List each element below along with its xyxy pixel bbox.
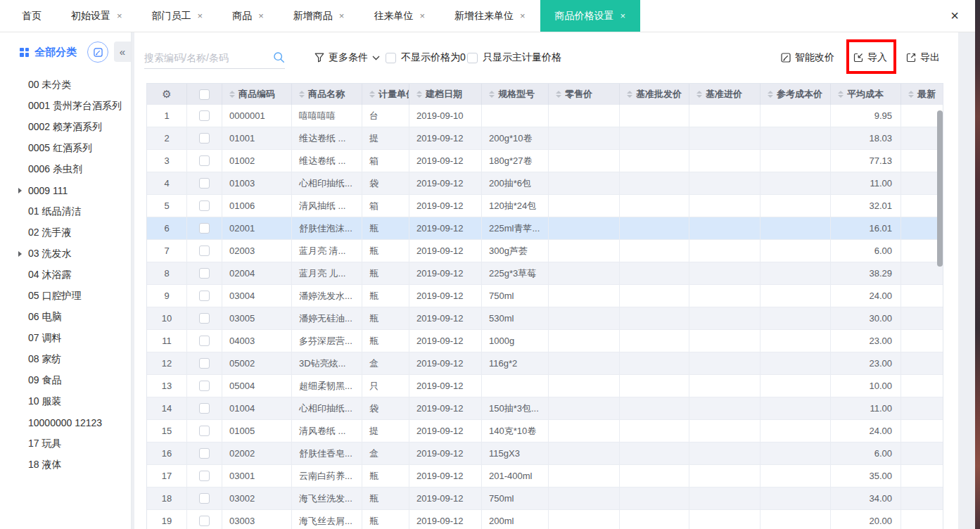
row-checkbox[interactable]: [199, 471, 210, 481]
sidebar-item-14[interactable]: 09 食品: [0, 370, 131, 391]
column-header-7[interactable]: 基准进价: [689, 84, 761, 105]
column-header-1[interactable]: 商品名称: [292, 84, 362, 105]
table-row[interactable]: 1003005潘婷无硅油...瓶2019-09-12530ml30.00: [147, 307, 943, 330]
row-checkbox[interactable]: [199, 516, 210, 526]
main-unit-only-checkbox-group[interactable]: 只显示主计量价格: [467, 51, 561, 64]
tab-初始设置[interactable]: 初始设置×: [56, 0, 137, 32]
all-categories-label[interactable]: 全部分类: [34, 46, 77, 59]
sidebar-item-17[interactable]: 17 玩具: [0, 433, 131, 454]
hide-zero-price-checkbox-group[interactable]: 不显示价格为0: [386, 51, 466, 64]
tab-新增往来单位[interactable]: 新增往来单位×: [440, 0, 540, 32]
column-header-3[interactable]: 建档日期: [409, 84, 482, 105]
column-header-4[interactable]: 规格型号: [482, 84, 549, 105]
sidebar-item-4[interactable]: 0006 杀虫剂: [0, 159, 131, 180]
sidebar-item-2[interactable]: 0002 赖茅酒系列: [0, 117, 131, 138]
table-row[interactable]: 602001舒肤佳泡沫...瓶2019-09-12225ml青苹...16.01: [147, 217, 943, 240]
table-row[interactable]: 802004蓝月亮 儿...瓶2019-09-12225g*3草莓38.29: [147, 262, 943, 285]
sidebar-item-9[interactable]: 04 沐浴露: [0, 264, 131, 286]
vertical-scrollbar-thumb[interactable]: [937, 110, 943, 267]
sort-carets-icon[interactable]: [556, 91, 561, 98]
hide-zero-price-checkbox[interactable]: [386, 53, 396, 63]
search-icon[interactable]: [273, 51, 285, 63]
sidebar-item-16[interactable]: 10000000 12123: [0, 412, 131, 433]
column-header-0[interactable]: 商品编码: [222, 84, 292, 105]
expand-arrow-icon[interactable]: [18, 251, 22, 257]
table-row[interactable]: 1903003海飞丝去屑...瓶2019-09-12200ml20.00: [147, 510, 943, 529]
column-header-2[interactable]: 计量单位: [362, 84, 409, 105]
sidebar-item-18[interactable]: 18 液体: [0, 454, 131, 476]
table-row[interactable]: 501006清风抽纸 ...箱2019-09-12120抽*24包32.01: [147, 195, 943, 217]
tab-close-icon[interactable]: ×: [198, 11, 203, 20]
tab-部门员工[interactable]: 部门员工×: [137, 0, 218, 32]
sidebar-item-10[interactable]: 05 口腔护理: [0, 286, 131, 307]
table-row[interactable]: 201001维达卷纸 ...提2019-09-12200g*10卷18.03: [147, 127, 943, 150]
table-row[interactable]: 12050023D钻亮炫...盒2019-09-12116g*223.00: [147, 352, 943, 375]
sidebar-item-1[interactable]: 0001 贵州茅台酒系列: [0, 96, 131, 117]
tab-close-icon[interactable]: ×: [258, 11, 264, 20]
row-checkbox[interactable]: [199, 336, 210, 346]
column-header-9[interactable]: 平均成本: [831, 84, 901, 105]
sidebar-item-15[interactable]: 10 服装: [0, 391, 131, 412]
table-row[interactable]: 1401004心相印抽纸...袋2019-09-12150抽*3包...11.0…: [147, 397, 943, 420]
row-checkbox[interactable]: [199, 291, 210, 301]
row-checkbox[interactable]: [199, 381, 210, 391]
tab-商品价格设置[interactable]: 商品价格设置×: [540, 0, 641, 32]
select-all-header[interactable]: [187, 84, 222, 105]
column-header-6[interactable]: 基准批发价: [620, 84, 689, 105]
tab-首页[interactable]: 首页: [7, 0, 56, 32]
sidebar-item-5[interactable]: 0009 111: [0, 180, 131, 201]
table-row[interactable]: 1803002海飞丝洗发...瓶2019-09-12750ml34.00: [147, 487, 943, 510]
table-row[interactable]: 1602002舒肤佳香皂...盒2019-09-12115gX36.00: [147, 442, 943, 465]
sort-carets-icon[interactable]: [768, 91, 773, 98]
row-checkbox[interactable]: [199, 313, 210, 324]
tab-close-icon[interactable]: ×: [520, 11, 526, 20]
smart-reprice-button[interactable]: 智能改价: [781, 51, 834, 64]
sidebar-item-8[interactable]: 03 洗发水: [0, 243, 131, 264]
expand-arrow-icon[interactable]: [18, 188, 22, 193]
tab-新增商品[interactable]: 新增商品×: [279, 0, 359, 32]
sidebar-item-12[interactable]: 07 调料: [0, 328, 131, 349]
table-row[interactable]: 903004潘婷洗发水...瓶2019-09-12750ml24.00: [147, 285, 943, 307]
table-row[interactable]: 1501005清风卷纸 ...提2019-09-12140克*10卷24.00: [147, 420, 943, 442]
tab-商品[interactable]: 商品×: [217, 0, 279, 32]
table-row[interactable]: 1104003多芬深层营...瓶2019-09-121000g23.00: [147, 330, 943, 352]
sort-carets-icon[interactable]: [369, 91, 375, 98]
row-checkbox[interactable]: [199, 426, 210, 436]
row-checkbox[interactable]: [199, 403, 210, 414]
sidebar-item-0[interactable]: 00 未分类: [0, 75, 131, 96]
select-all-checkbox[interactable]: [199, 89, 210, 100]
sort-carets-icon[interactable]: [908, 91, 914, 98]
row-checkbox[interactable]: [199, 448, 210, 459]
tab-close-icon[interactable]: ×: [621, 11, 626, 20]
row-checkbox[interactable]: [199, 200, 210, 211]
tab-往来单位[interactable]: 往来单位×: [359, 0, 440, 32]
row-checkbox[interactable]: [199, 246, 210, 256]
tab-close-icon[interactable]: ×: [339, 11, 345, 20]
column-header-5[interactable]: 零售价: [549, 84, 620, 105]
sidebar-item-7[interactable]: 02 洗手液: [0, 222, 131, 243]
sidebar-collapse-button[interactable]: «: [114, 42, 131, 62]
row-checkbox[interactable]: [199, 493, 210, 504]
row-checkbox[interactable]: [199, 133, 210, 144]
table-row[interactable]: 301002维达卷纸 ...箱2019-09-12180g*27卷77.13: [147, 150, 943, 172]
table-row[interactable]: 1703001云南白药养...瓶2019-09-12201-400ml35.00: [147, 465, 943, 487]
sidebar-item-13[interactable]: 08 家纺: [0, 349, 131, 370]
table-row[interactable]: 401003心相印抽纸...袋2019-09-12200抽*6包11.00: [147, 172, 943, 195]
sidebar-item-11[interactable]: 06 电脑: [0, 307, 131, 328]
sort-carets-icon[interactable]: [489, 91, 495, 98]
sort-carets-icon[interactable]: [299, 91, 305, 98]
column-header-10[interactable]: 最新: [901, 84, 943, 105]
row-checkbox[interactable]: [199, 155, 210, 166]
table-row[interactable]: 702003蓝月亮 清...瓶2019-09-12300g芦荟6.00: [147, 240, 943, 262]
sort-carets-icon[interactable]: [627, 91, 632, 98]
export-button[interactable]: 导出: [906, 51, 940, 64]
main-unit-only-checkbox[interactable]: [467, 53, 478, 63]
sort-carets-icon[interactable]: [229, 91, 235, 98]
more-filters-button[interactable]: 更多条件: [314, 51, 380, 64]
table-row[interactable]: 1305004超细柔韧黑...只2019-09-1210.00: [147, 375, 943, 397]
table-row[interactable]: 10000001嘻嘻嘻嘻台2019-09-109.95: [147, 105, 943, 127]
column-settings-button[interactable]: ⚙: [147, 84, 187, 105]
window-close-icon[interactable]: ×: [943, 4, 967, 27]
sidebar-item-6[interactable]: 01 纸品清洁: [0, 201, 131, 222]
row-checkbox[interactable]: [199, 268, 210, 279]
